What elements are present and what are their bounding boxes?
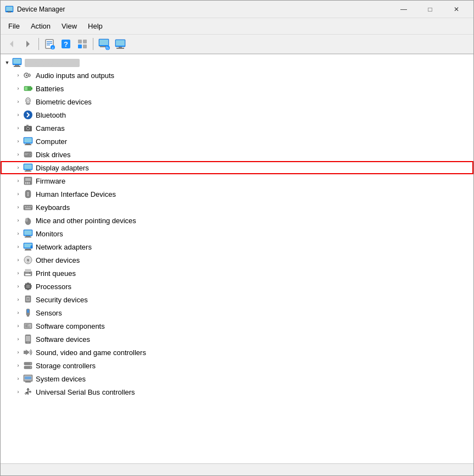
svg-rect-8 [47, 43, 52, 44]
minimize-button[interactable]: — [391, 1, 416, 18]
root-chevron: ▼ [3, 58, 12, 67]
tree-item-storage[interactable]: › Storage controllers [1, 359, 473, 372]
status-bar [1, 463, 473, 475]
svg-rect-24 [116, 40, 125, 46]
tree-item-software-dev[interactable]: › Software devices [1, 333, 473, 346]
svg-marker-117 [26, 350, 29, 355]
tree-item-bluetooth[interactable]: › Bluetooth [1, 108, 473, 121]
display-properties-icon [114, 38, 126, 50]
computer-chevron: › [14, 137, 23, 146]
svg-rect-45 [26, 143, 30, 145]
keyboards-chevron: › [14, 203, 23, 212]
usb-chevron: › [14, 388, 23, 396]
svg-rect-66 [24, 205, 32, 210]
svg-rect-46 [25, 145, 31, 146]
tree-item-print[interactable]: › Print queues [1, 267, 473, 280]
svg-rect-62 [29, 182, 30, 184]
tree-root-item[interactable]: ▼ DESKTOP [1, 57, 473, 69]
svg-rect-28 [13, 59, 21, 64]
svg-rect-54 [26, 170, 30, 171]
tree-item-security[interactable]: › Security devices [1, 293, 473, 306]
display-properties-button[interactable] [113, 36, 128, 52]
tree-item-display[interactable]: › Display adapters [1, 161, 473, 174]
svg-rect-110 [25, 325, 29, 325]
software-dev-icon [23, 334, 34, 345]
svg-rect-77 [26, 236, 30, 237]
svg-rect-76 [24, 230, 32, 235]
tree-view-button[interactable] [75, 36, 90, 52]
forward-button[interactable] [20, 36, 36, 52]
svg-rect-65 [27, 194, 29, 196]
svg-rect-34 [31, 87, 32, 90]
menu-view[interactable]: View [56, 20, 82, 32]
content-area: ▼ DESKTOP › [1, 54, 473, 463]
tree-item-wrapper-print: › Print queues [1, 267, 473, 280]
sound-chevron: › [14, 348, 23, 357]
menu-file[interactable]: File [3, 20, 25, 32]
tree-item-processors[interactable]: › [1, 280, 473, 293]
tree-item-usb[interactable]: › Universal Serial Bus controllers [1, 385, 473, 398]
svg-point-120 [30, 363, 31, 364]
system-chevron: › [14, 374, 23, 383]
tree-item-batteries[interactable]: › Batteries [1, 82, 473, 95]
tree-item-monitors[interactable]: › Monitors [1, 227, 473, 240]
maximize-button[interactable]: □ [417, 1, 443, 18]
tree-item-audio[interactable]: › Audio inputs and outputs [1, 69, 473, 82]
svg-rect-9 [47, 45, 50, 46]
back-button[interactable] [4, 36, 19, 52]
svg-rect-90 [29, 273, 30, 274]
monitors-label: Monitors [36, 230, 63, 238]
update-driver-button[interactable]: ↻ [96, 36, 111, 52]
properties-button[interactable]: i [42, 36, 57, 52]
device-tree[interactable]: ▼ DESKTOP › [1, 54, 473, 463]
menu-bar: File Action View Help [1, 18, 473, 35]
svg-rect-61 [27, 182, 28, 184]
tree-view-icon [77, 38, 88, 49]
tree-item-wrapper-bluetooth: › Bluetooth [1, 108, 473, 121]
bluetooth-chevron: › [14, 110, 23, 119]
forward-icon [23, 39, 33, 49]
print-chevron: › [14, 269, 23, 278]
tree-item-other[interactable]: › ? Other devices [1, 253, 473, 267]
processors-label: Processors [36, 283, 71, 291]
hid-icon [23, 189, 34, 200]
svg-rect-14 [78, 40, 82, 43]
tree-item-system[interactable]: › System devices [1, 372, 473, 385]
firmware-label: Firmware [36, 177, 65, 185]
help-button[interactable]: ? [58, 36, 74, 52]
svg-rect-99 [27, 289, 28, 290]
tree-item-wrapper-disk: › Disk drives [1, 148, 473, 161]
network-label: Network adapters [36, 243, 92, 251]
svg-text:?: ? [27, 259, 30, 264]
svg-rect-71 [25, 208, 31, 209]
tree-item-computer[interactable]: › Computer [1, 135, 473, 148]
svg-point-36 [26, 98, 30, 103]
close-button[interactable]: ✕ [444, 1, 469, 18]
svg-point-130 [25, 393, 27, 395]
menu-action[interactable]: Action [25, 20, 56, 32]
tree-item-software-comp[interactable]: › Software components [1, 319, 473, 333]
update-driver-icon: ↻ [98, 38, 110, 50]
svg-rect-78 [25, 237, 31, 238]
svg-rect-68 [27, 206, 28, 207]
tree-item-sound[interactable]: › Sound, video and game controllers [1, 346, 473, 359]
tree-item-cameras[interactable]: › Cameras [1, 121, 473, 135]
tree-item-network[interactable]: › Network adapters [1, 240, 473, 253]
tree-item-keyboards[interactable]: › Keyboards [1, 201, 473, 214]
audio-label: Audio inputs and outputs [36, 71, 114, 80]
tree-item-wrapper-other: › ? Other devices [1, 253, 473, 267]
usb-icon [23, 386, 34, 397]
svg-rect-30 [14, 66, 20, 67]
software-comp-label: Software components [36, 322, 105, 330]
print-icon [23, 268, 34, 279]
svg-rect-111 [25, 326, 27, 326]
tree-item-mice[interactable]: › Mice and other pointing devices [1, 214, 473, 227]
tree-item-biometric[interactable]: › Biometric devices [1, 95, 473, 108]
menu-help[interactable]: Help [82, 20, 108, 32]
tree-item-hid[interactable]: › Human Interface Devices [1, 187, 473, 201]
tree-item-disk[interactable]: › Disk drives [1, 148, 473, 161]
tree-item-wrapper-keyboards: › Keyboards [1, 201, 473, 214]
system-label: System devices [36, 375, 86, 383]
tree-item-sensors[interactable]: › Sensors [1, 306, 473, 319]
tree-item-firmware[interactable]: › Firmware [1, 174, 473, 187]
